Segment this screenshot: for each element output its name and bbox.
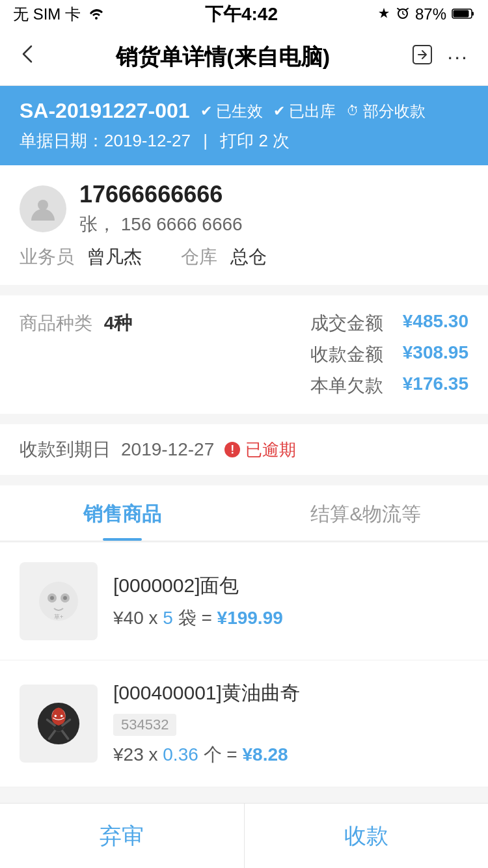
battery-icon	[452, 5, 475, 23]
financial-stats: 成交金额 ¥485.30 收款金额 ¥308.95 本单欠款 ¥176.35	[310, 311, 468, 398]
status-effective: ✔ 已生效	[200, 101, 263, 122]
customer-phone: 张， 156 6666 6666	[79, 212, 243, 237]
svg-point-15	[61, 715, 63, 718]
product-name-bread: [0000002]面包	[113, 573, 468, 599]
battery-label: 87%	[415, 5, 446, 23]
carrier-label: 无 SIM 卡	[13, 4, 81, 25]
location-icon	[377, 5, 390, 23]
status-bar-left: 无 SIM 卡	[13, 4, 105, 25]
tab-products[interactable]: 销售商品	[0, 485, 244, 541]
due-date-label: 收款到期日	[20, 437, 111, 462]
nav-icons: ···	[411, 43, 468, 71]
warehouse: 仓库 总仓	[181, 245, 267, 269]
order-banner: SA-20191227-001 ✔ 已生效 ✔ 已出库 ⏱ 部分收款 单据日期：…	[0, 86, 488, 165]
back-button[interactable]	[20, 41, 35, 73]
product-image-bread: 草+	[20, 562, 98, 640]
overdue-label: 已逾期	[245, 439, 296, 461]
product-kinds: 商品种类 4种	[20, 311, 132, 336]
product-price-cookie: ¥23 x 0.36 个 = ¥8.28	[113, 742, 468, 767]
product-price-bread: ¥40 x 5 袋 = ¥199.99	[113, 606, 468, 631]
svg-rect-2	[472, 12, 474, 16]
customer-id-info: 17666666666 张， 156 6666 6666	[79, 181, 243, 237]
svg-point-5	[38, 200, 48, 210]
customer-name: 17666666666	[79, 181, 243, 208]
nav-bar: 销货单详情(来自电脑) ···	[0, 29, 488, 86]
cancel-audit-button[interactable]: 弃审	[0, 804, 245, 868]
product-info-cookie: [000400001]黄油曲奇 534532 ¥23 x 0.36 个 = ¥8…	[113, 680, 468, 767]
status-partial-payment: ⏱ 部分收款	[346, 101, 426, 122]
page-title: 销货单详情(来自电脑)	[116, 42, 330, 72]
transaction-amount-row: 成交金额 ¥485.30	[310, 311, 468, 336]
customer-section: 17666666666 张， 156 6666 6666 业务员 曾凡杰 仓库 …	[0, 165, 488, 285]
collect-payment-button[interactable]: 收款	[245, 804, 489, 868]
status-bar: 无 SIM 卡 下午4:42 87%	[0, 0, 488, 29]
list-item: 草+ [0000002]面包 ¥40 x 5 袋 = ¥199.99	[0, 543, 488, 660]
customer-top: 17666666666 张， 156 6666 6666	[20, 181, 468, 237]
product-info-bread: [0000002]面包 ¥40 x 5 袋 = ¥199.99	[113, 573, 468, 631]
received-amount-row: 收款金额 ¥308.95	[310, 342, 468, 367]
debt-amount-row: 本单欠款 ¥176.35	[310, 373, 468, 398]
stats-section: 商品种类 4种 成交金额 ¥485.30 收款金额 ¥308.95 本单欠款 ¥…	[0, 295, 488, 414]
overdue-dot-icon: !	[224, 442, 240, 457]
status-bar-right: 87%	[377, 5, 475, 23]
tabs-section: 销售商品 结算&物流等	[0, 485, 488, 541]
avatar	[20, 185, 66, 232]
more-button[interactable]: ···	[447, 45, 468, 69]
status-bar-time: 下午4:42	[205, 2, 278, 27]
svg-point-9	[50, 596, 54, 600]
product-list: 草+ [0000002]面包 ¥40 x 5 袋 = ¥199.99	[0, 543, 488, 787]
bottom-bar: 弃审 收款	[0, 803, 488, 868]
wifi-icon	[87, 5, 105, 23]
alarm-icon	[396, 5, 410, 23]
sales-rep: 业务员 曾凡杰	[20, 245, 142, 269]
svg-point-10	[63, 596, 67, 600]
share-button[interactable]	[411, 43, 434, 71]
svg-rect-3	[453, 10, 468, 18]
due-date-value: 2019-12-27	[121, 439, 214, 460]
status-shipped: ✔ 已出库	[273, 101, 336, 122]
overdue-badge: ! 已逾期	[224, 439, 296, 461]
tab-settlement[interactable]: 结算&物流等	[244, 485, 488, 541]
svg-point-14	[55, 715, 57, 718]
order-id: SA-20191227-001	[20, 99, 190, 123]
due-date-section: 收款到期日 2019-12-27 ! 已逾期	[0, 424, 488, 475]
product-name-cookie: [000400001]黄油曲奇	[113, 680, 468, 707]
order-meta: 单据日期：2019-12-27 | 打印 2 次	[20, 129, 468, 152]
list-item: [000400001]黄油曲奇 534532 ¥23 x 0.36 个 = ¥8…	[0, 660, 488, 787]
product-sku-cookie: 534532	[113, 714, 176, 736]
svg-text:草+: 草+	[54, 614, 63, 620]
customer-meta: 业务员 曾凡杰 仓库 总仓	[20, 245, 468, 269]
product-image-cookie	[20, 685, 98, 763]
